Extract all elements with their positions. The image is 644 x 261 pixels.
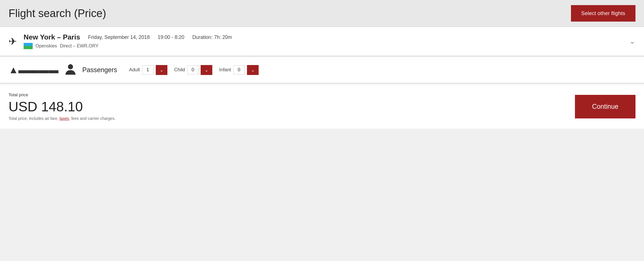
adult-group: Adult 1 ⌄ [129,65,167,75]
select-other-flights-button[interactable]: Select other flights [571,5,635,22]
continue-button[interactable]: Continue [575,95,635,118]
price-note-suffix: , fees and carrier charges. [69,116,116,121]
flight-details: New York – Paris Friday, September 14, 2… [24,33,232,49]
infant-label: Infant [219,67,231,73]
child-dropdown-button[interactable]: ⌄ [201,65,212,75]
infant-group: Infant 0 ⌄ [219,65,258,75]
flight-date: Friday, September 14, 2018 [88,34,150,40]
price-note-prefix: Total price, includes air fare, [9,116,59,121]
logo-bottom [24,46,33,49]
infant-dropdown-button[interactable]: ⌄ [247,65,259,75]
passenger-icon [65,64,76,76]
airline-name: Openskies [36,43,57,49]
logo-top [24,43,33,46]
taxes-link[interactable]: taxes [59,116,69,121]
price-info: Total price USD 148.10 Total price, incl… [9,92,115,121]
flight-info: ✈ New York – Paris Friday, September 14,… [9,33,232,49]
price-section: Total price USD 148.10 Total price, incl… [0,84,644,129]
infant-count: 0 [233,65,244,74]
flight-sub-row: Openskies Direct – EWR,ORY [24,43,232,49]
passengers-section: ▲▬▬▬▬ Passengers Adult 1 ⌄ Child 0 ⌄ Inf… [0,57,644,84]
adult-count: 1 [142,65,153,74]
airline-logo [24,43,33,49]
flight-expand-icon[interactable]: ⌄ [629,37,635,45]
child-group: Child 0 ⌄ [174,65,213,75]
adult-label: Adult [129,67,140,73]
svg-point-0 [68,64,73,69]
person-icon: ▲▬▬▬▬ [9,64,59,76]
flight-time: 19:00 - 8:20 [158,34,184,40]
adult-chevron-icon: ⌄ [160,67,163,73]
flight-duration: Duration: 7h: 20m [192,34,232,40]
child-label: Child [174,67,185,73]
price-note: Total price, includes air fare, taxes, f… [9,116,115,121]
passengers-label: Passengers [82,66,117,74]
page-title: Flight search (Price) [9,7,106,20]
flight-route-code: Direct – EWR,ORY [60,43,99,49]
infant-chevron-icon: ⌄ [251,67,255,73]
header: Flight search (Price) Select other fligh… [0,0,644,27]
flight-main-row: New York – Paris Friday, September 14, 2… [24,33,232,41]
flight-route: New York – Paris [24,33,80,41]
flight-card: ✈ New York – Paris Friday, September 14,… [0,27,644,57]
plane-icon: ✈ [9,36,17,47]
page-wrapper: Flight search (Price) Select other fligh… [0,0,644,129]
child-count: 0 [187,65,198,74]
total-price-value: USD 148.10 [9,99,115,114]
child-chevron-icon: ⌄ [205,67,208,73]
adult-dropdown-button[interactable]: ⌄ [156,65,167,75]
total-price-label: Total price [9,92,115,97]
